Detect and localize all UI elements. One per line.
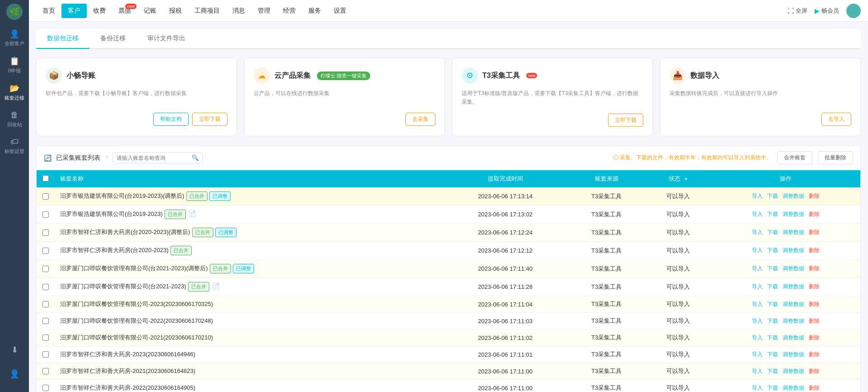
row-checkbox[interactable]: [42, 318, 49, 324]
action-删除[interactable]: 删除: [809, 351, 820, 359]
go-import-button[interactable]: 去导入: [821, 113, 851, 126]
sidebar-item-account-migration[interactable]: 📂 账套迁移: [0, 79, 29, 106]
action-删除[interactable]: 删除: [809, 192, 820, 200]
nav-invoice[interactable]: 票据 new: [112, 0, 137, 22]
action-导入[interactable]: 导入: [752, 317, 763, 325]
action-导入[interactable]: 导入: [752, 283, 763, 291]
select-all-checkbox[interactable]: [42, 175, 49, 182]
search-input[interactable]: [117, 155, 189, 161]
action-调整数据[interactable]: 调整数据: [783, 210, 804, 218]
action-下载[interactable]: 下载: [767, 192, 778, 200]
nav-client[interactable]: 客户: [61, 4, 87, 18]
action-下载[interactable]: 下载: [767, 283, 778, 291]
nav-operation[interactable]: 经营: [277, 0, 302, 22]
sidebar-item-recycle[interactable]: 🗑 回收站: [0, 106, 29, 133]
action-删除[interactable]: 删除: [809, 283, 820, 291]
action-删除[interactable]: 删除: [809, 229, 820, 236]
action-删除[interactable]: 删除: [809, 247, 820, 254]
sidebar-item-user-bottom[interactable]: 👤: [0, 364, 29, 385]
go-collect-button[interactable]: 去采集: [406, 113, 435, 126]
action-删除[interactable]: 删除: [809, 334, 820, 342]
row-checkbox[interactable]: [42, 193, 49, 200]
row-checkbox[interactable]: [42, 368, 49, 374]
action-下载[interactable]: 下载: [767, 301, 778, 308]
row-checkbox[interactable]: [42, 351, 49, 358]
row-checkbox[interactable]: [42, 385, 49, 391]
row-checkbox[interactable]: [42, 335, 49, 341]
sidebar-item-all-clients[interactable]: 👤 全部客户: [0, 24, 29, 52]
download-now-button[interactable]: 立即下载: [192, 113, 227, 126]
row-checkbox[interactable]: [42, 229, 49, 236]
action-下载[interactable]: 下载: [767, 247, 778, 254]
user-avatar[interactable]: [846, 4, 861, 18]
action-调整数据[interactable]: 调整数据: [783, 368, 804, 375]
tab-backup-migration[interactable]: 备份迁移: [90, 29, 137, 49]
action-调整数据[interactable]: 调整数据: [783, 334, 804, 342]
action-调整数据[interactable]: 调整数据: [783, 247, 804, 254]
action-调整数据[interactable]: 调整数据: [783, 317, 804, 325]
action-删除[interactable]: 删除: [809, 210, 820, 218]
action-导入[interactable]: 导入: [752, 384, 763, 392]
row-checkbox[interactable]: [42, 266, 49, 272]
action-下载[interactable]: 下载: [767, 334, 778, 342]
merge-accounts-button[interactable]: 合并账套: [777, 151, 812, 164]
row-checkbox[interactable]: [42, 284, 49, 290]
action-导入[interactable]: 导入: [752, 229, 763, 236]
nav-management[interactable]: 管理: [251, 0, 277, 22]
nav-bookkeeping[interactable]: 记账: [137, 0, 163, 22]
action-下载[interactable]: 下载: [767, 384, 778, 392]
action-下载[interactable]: 下载: [767, 210, 778, 218]
t3-download-button[interactable]: 立即下载: [608, 114, 643, 127]
action-删除[interactable]: 删除: [809, 384, 820, 392]
action-调整数据[interactable]: 调整数据: [783, 192, 804, 200]
action-导入[interactable]: 导入: [752, 247, 763, 254]
row-checkbox[interactable]: [42, 301, 49, 307]
action-删除[interactable]: 删除: [809, 368, 820, 375]
action-导入[interactable]: 导入: [752, 192, 763, 200]
refresh-icon[interactable]: 🔄: [44, 154, 52, 162]
batch-delete-button[interactable]: 批量删除: [818, 151, 853, 164]
action-调整数据[interactable]: 调整数据: [783, 351, 804, 359]
nav-message[interactable]: 消息: [226, 0, 251, 22]
help-icon[interactable]: ?: [105, 155, 108, 161]
nav-service[interactable]: 服务: [302, 0, 327, 22]
tab-audit-export[interactable]: 审计文件导出: [137, 29, 196, 49]
fullscreen-btn[interactable]: ⛶ 全屏: [788, 7, 807, 15]
action-导入[interactable]: 导入: [752, 301, 763, 308]
action-下载[interactable]: 下载: [767, 265, 778, 272]
sidebar-item-download[interactable]: ⬇: [0, 340, 29, 361]
nav-industry[interactable]: 工商项目: [188, 0, 226, 22]
action-调整数据[interactable]: 调整数据: [783, 265, 804, 272]
app-logo[interactable]: 🌿: [6, 4, 23, 20]
nav-home[interactable]: 首页: [36, 0, 61, 22]
status-sort-icon[interactable]: ▼: [684, 177, 688, 182]
action-删除[interactable]: 删除: [809, 301, 820, 308]
action-下载[interactable]: 下载: [767, 317, 778, 325]
sidebar-item-tag-settings[interactable]: 🏷 标签设置: [0, 133, 29, 159]
search-icon[interactable]: 🔍: [192, 154, 199, 161]
row-checkbox[interactable]: [42, 248, 49, 254]
help-doc-button[interactable]: 帮助文档: [153, 113, 189, 126]
member-btn[interactable]: ▶ 畅会员: [815, 7, 839, 15]
action-调整数据[interactable]: 调整数据: [783, 229, 804, 236]
action-删除[interactable]: 删除: [809, 265, 820, 272]
action-导入[interactable]: 导入: [752, 368, 763, 375]
nav-charge[interactable]: 收费: [87, 0, 112, 22]
action-导入[interactable]: 导入: [752, 351, 763, 359]
action-导入[interactable]: 导入: [752, 210, 763, 218]
table-header-row: 账套名称 提取完成时间 账套来源 状态 ▼ 操作: [37, 170, 860, 187]
action-下载[interactable]: 下载: [767, 229, 778, 236]
action-调整数据[interactable]: 调整数据: [783, 283, 804, 291]
tab-data-migration[interactable]: 数据包迁移: [36, 29, 90, 49]
nav-tax[interactable]: 报税: [163, 0, 188, 22]
action-导入[interactable]: 导入: [752, 265, 763, 272]
sidebar-item-zero-report[interactable]: 📋 0申报: [0, 52, 29, 79]
action-下载[interactable]: 下载: [767, 351, 778, 359]
row-checkbox[interactable]: [42, 211, 49, 218]
action-调整数据[interactable]: 调整数据: [783, 384, 804, 392]
action-删除[interactable]: 删除: [809, 317, 820, 325]
action-下载[interactable]: 下载: [767, 368, 778, 375]
nav-settings[interactable]: 设置: [327, 0, 353, 22]
action-导入[interactable]: 导入: [752, 334, 763, 342]
action-调整数据[interactable]: 调整数据: [783, 301, 804, 308]
